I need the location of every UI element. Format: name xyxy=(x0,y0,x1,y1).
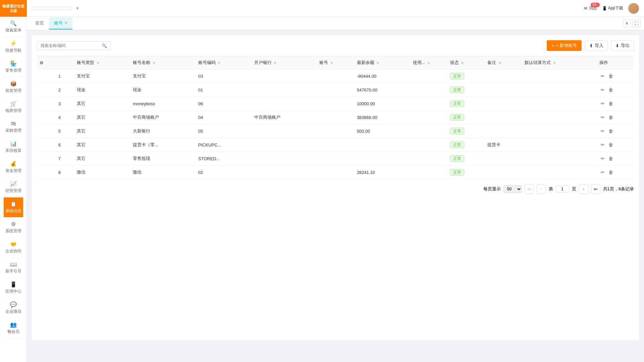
row-type-2: 其它 xyxy=(74,97,130,111)
delete-btn-1[interactable]: 🗑 xyxy=(607,86,614,93)
sidebar-item-quick-nav[interactable]: ⚡快捷导航 xyxy=(4,37,23,57)
page-size-select[interactable]: 50 100 200 xyxy=(503,185,522,193)
prev-page-btn[interactable]: ‹ xyxy=(537,184,546,194)
delete-btn-7[interactable]: 🗑 xyxy=(607,169,614,176)
row-type-1: 现金 xyxy=(74,83,130,97)
row-action-5: ✏ 🗑 xyxy=(597,138,634,152)
toolbar: 🔍 + + 新增账号 ⬆ 导入 ⬇ 导出 xyxy=(37,40,634,51)
col-account[interactable]: 账号 ⇅ xyxy=(317,56,354,69)
sidebar-item-search-menu[interactable]: 🔍搜索菜单 xyxy=(4,17,23,37)
export-button[interactable]: ⬇ 导出 xyxy=(611,40,634,51)
tab-maximize-btn[interactable]: ⛶ xyxy=(633,19,641,27)
next-page-btn[interactable]: › xyxy=(579,184,588,194)
row-usage-1 xyxy=(410,83,447,97)
sidebar-item-enterprise-agreement[interactable]: 🤝企业协同 xyxy=(4,238,23,258)
sidebar-item-purchase-mgmt[interactable]: 🛍采购管理 xyxy=(4,117,23,137)
row-account-2 xyxy=(317,97,354,111)
user-avatar[interactable] xyxy=(628,3,639,14)
search-input[interactable] xyxy=(41,43,100,48)
tab-accounts[interactable]: 账号 ✕ xyxy=(49,17,72,29)
row-bank-3: 中百商场账户 xyxy=(252,111,317,124)
row-account-1 xyxy=(317,83,354,97)
sidebar-item-operations-mgmt[interactable]: 📈经营管理 xyxy=(4,177,23,197)
delete-btn-0[interactable]: 🗑 xyxy=(607,73,614,79)
row-remark-7 xyxy=(485,166,522,179)
header-left: ▼ xyxy=(32,6,79,11)
tab-accounts-close[interactable]: ✕ xyxy=(64,21,67,25)
sidebar-label-enterprise-agreement: 企业协同 xyxy=(5,248,21,254)
col-bank[interactable]: 开户银行 ⇅ xyxy=(252,56,317,69)
tab-home[interactable]: 首页 xyxy=(30,17,49,29)
row-code-3: 04 xyxy=(196,111,252,124)
row-usage-0 xyxy=(410,69,447,83)
edit-btn-6[interactable]: ✏ xyxy=(599,155,606,162)
col-usage[interactable]: 使用... ⇅ xyxy=(410,56,447,69)
app-download-btn[interactable]: 📱 App下载 xyxy=(602,5,623,11)
first-page-btn[interactable]: ⏮ xyxy=(525,184,534,194)
row-usage-4 xyxy=(410,124,447,138)
sidebar-item-retail-mgmt[interactable]: 🏪零售管理 xyxy=(4,57,23,77)
status-badge-3: 正常 xyxy=(450,114,464,121)
sidebar-icon-member: 👥 xyxy=(5,321,21,328)
sidebar-item-system-mgmt[interactable]: ⚙系统管理 xyxy=(4,218,23,238)
notification-btn[interactable]: ✉ 消息 99+ xyxy=(584,5,597,11)
row-default-payment-6 xyxy=(522,152,597,166)
row-num-3: 4 xyxy=(56,111,74,124)
edit-btn-5[interactable]: ✏ xyxy=(599,141,606,148)
sidebar-item-new-guide[interactable]: 📖新手引导 xyxy=(4,258,23,278)
col-remark[interactable]: 备注 ⇅ xyxy=(485,56,522,69)
col-balance[interactable]: 最新余额 ⇅ xyxy=(354,56,410,69)
sidebar-item-member[interactable]: 👥畅会员 xyxy=(4,318,23,338)
edit-btn-3[interactable]: ✏ xyxy=(599,114,606,121)
col-default-payment[interactable]: 默认结算方式 ⇅ xyxy=(522,56,597,69)
current-page-input[interactable] xyxy=(556,185,569,193)
sidebar-icon-enterprise-wechat: 💬 xyxy=(5,301,21,308)
delete-btn-2[interactable]: 🗑 xyxy=(607,100,614,107)
search-wrap[interactable]: 🔍 xyxy=(37,41,111,50)
col-status[interactable]: 状态 ⇅ xyxy=(447,56,485,69)
row-default-payment-5 xyxy=(522,138,597,152)
edit-btn-4[interactable]: ✏ xyxy=(599,128,606,134)
top-search-box[interactable] xyxy=(32,7,72,10)
search-icon[interactable]: 🔍 xyxy=(102,43,107,48)
import-label: 导入 xyxy=(595,43,603,49)
row-account-0 xyxy=(317,69,354,83)
sidebar-item-inventory[interactable]: 📊库存核算 xyxy=(4,137,23,157)
edit-btn-2[interactable]: ✏ xyxy=(599,100,606,107)
sidebar-item-basic-info[interactable]: 📋基础信息 xyxy=(4,197,23,218)
tab-minimize-btn[interactable]: ✕ xyxy=(623,19,631,27)
col-name[interactable]: 账号名称 ⇅ xyxy=(130,56,196,69)
sidebar-icon-finance-mgmt: 💰 xyxy=(5,161,21,167)
dropdown-arrow-icon[interactable]: ▼ xyxy=(75,6,79,11)
sidebar-item-ecommerce-mgmt[interactable]: 🛒电商管理 xyxy=(4,97,23,117)
sidebar-icon-search-menu: 🔍 xyxy=(5,20,21,26)
edit-btn-7[interactable]: ✏ xyxy=(599,169,606,176)
sidebar-item-enterprise-wechat[interactable]: 💬企业微信 xyxy=(4,298,23,318)
row-action-6: ✏ 🗑 xyxy=(597,152,634,166)
row-status-6: 正常 xyxy=(447,152,485,166)
message-icon: ✉ xyxy=(584,6,587,11)
table-row: 7 其它 零售抵现 STORED... 正常 ✏ 🗑 xyxy=(37,152,634,166)
sidebar-item-app-center[interactable]: 📱应用中心 xyxy=(4,278,23,298)
last-page-btn[interactable]: ⏭ xyxy=(591,184,600,194)
col-code[interactable]: 账号编码 ⇅ xyxy=(196,56,252,69)
row-type-5: 其它 xyxy=(74,138,130,152)
sidebar-item-wholesale-mgmt[interactable]: 📦批发管理 xyxy=(4,77,23,97)
app-logo-text: 畅捷通好生意乐版 xyxy=(2,4,24,13)
edit-btn-0[interactable]: ✏ xyxy=(599,73,606,79)
row-status-4: 正常 xyxy=(447,124,485,138)
row-status-3: 正常 xyxy=(447,111,485,124)
delete-btn-6[interactable]: 🗑 xyxy=(607,155,614,162)
sidebar-item-finance-mgmt[interactable]: 💰资金管理 xyxy=(4,157,23,177)
add-account-button[interactable]: + + 新增账号 xyxy=(547,40,582,51)
row-name-1: 现金 xyxy=(130,83,196,97)
edit-btn-1[interactable]: ✏ xyxy=(599,86,606,93)
col-type[interactable]: 账号类型 ⇅ xyxy=(74,56,130,69)
nav-tabs: 首页 账号 ✕ ✕ ⛶ xyxy=(27,17,644,30)
delete-btn-5[interactable]: 🗑 xyxy=(607,141,614,148)
import-button[interactable]: ⬆ 导入 xyxy=(585,40,608,51)
settings-icon[interactable]: ⚙ xyxy=(40,60,44,65)
delete-btn-4[interactable]: 🗑 xyxy=(607,128,614,134)
delete-btn-3[interactable]: 🗑 xyxy=(607,114,614,121)
row-remark-4 xyxy=(485,124,522,138)
